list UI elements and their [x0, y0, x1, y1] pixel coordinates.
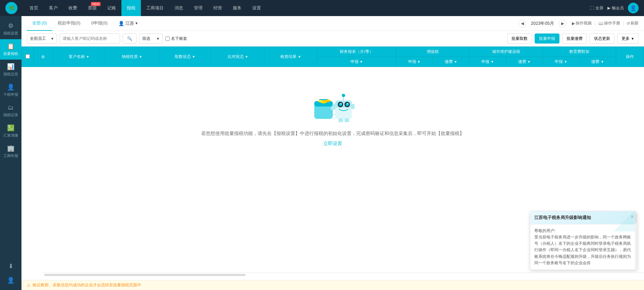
sidebar-label-annual-report: 工商年报	[3, 153, 18, 158]
toolbar: 全部员工 ▼ 🔍 筛选 ▼ 名下账套 批量取数 批量申报	[21, 31, 644, 47]
fullscreen-btn[interactable]: ⛶ 全屏	[590, 5, 603, 11]
sidebar-item-batch-tax[interactable]: 📋 批量报税	[0, 39, 21, 60]
horizontal-scrollbar[interactable]	[44, 274, 246, 276]
member-btn[interactable]: ▶ 畅会员	[607, 5, 624, 11]
svg-point-10	[339, 103, 342, 106]
member-label: 畅会员	[612, 5, 624, 11]
tax-records-icon: 🗂	[7, 104, 14, 111]
setup-link[interactable]: 立即设置	[323, 141, 342, 147]
search-input[interactable]	[60, 33, 120, 44]
filter-select[interactable]: 筛选 ▼	[139, 33, 163, 44]
nav-business[interactable]: 工商项目	[141, 0, 169, 16]
name-sleeve-checkbox[interactable]	[165, 37, 170, 41]
top-navigation: 🌿 首页 客户 收费 票据 NEW 记账 报税 工商项目 消息 管理 经营 服务…	[0, 0, 644, 16]
nav-bookkeep[interactable]: 记账	[102, 0, 121, 16]
notification-header: 江苏电子税务局升级影响通知 ✕	[530, 211, 637, 224]
sidebar-label-settlement: 汇算清缴	[3, 133, 18, 138]
batch-pay-btn[interactable]: 批量缴费	[562, 33, 587, 44]
th-edu-declare: 申报 ▼	[543, 57, 579, 67]
video-link[interactable]: ▶ 操作视频	[572, 20, 592, 26]
nav-settings[interactable]: 设置	[247, 0, 266, 16]
batch-declare-label: 批量申报	[539, 36, 555, 42]
data-table: ⚙ 客户名称 ▼ 纳税性质 ▼ 取数状态 ▼	[21, 47, 644, 167]
sidebar-item-user[interactable]: 👤	[6, 273, 16, 287]
nav-operation[interactable]: 经营	[208, 0, 227, 16]
region-icon: 👤	[118, 21, 124, 26]
th-tax-nature-filter[interactable]: ▼	[139, 55, 142, 59]
th-edu-pay: 缴费 ▼	[579, 57, 616, 67]
nav-home[interactable]: 首页	[24, 0, 44, 16]
empty-text: 若您想使用批量报税功能，请先在【报税设置】中进行报税的初始化设置，完成密码验证和…	[201, 131, 464, 137]
logo: 🌿	[5, 2, 17, 14]
notification-text: 尊敬的用户: 受当前电子税务局进一步升级的影响，同一个政务网账号（办税人）名下的…	[534, 228, 633, 266]
status-text: 验证账密、采集信息均成功的企业才会流转至批量报税页面中	[33, 282, 141, 288]
nav-service[interactable]: 服务	[227, 0, 247, 16]
refresh-link[interactable]: ↺ 刷新	[627, 20, 639, 26]
date-navigation: ◀ 2023年05月 ▶	[518, 19, 567, 27]
nav-invoice-badge: NEW	[91, 2, 101, 6]
tab-all[interactable]: 全部 (0)	[27, 16, 52, 31]
play-icon: ▶	[607, 6, 610, 10]
sidebar-item-download[interactable]: ⬇	[6, 259, 16, 273]
nav-client[interactable]: 客户	[44, 0, 63, 16]
th-settings[interactable]: ⚙	[34, 47, 53, 67]
th-check-result-filter[interactable]: ▼	[298, 55, 301, 59]
notification-scrollbar[interactable]	[635, 211, 637, 270]
search-button[interactable]: 🔍	[123, 33, 137, 44]
th-client-name-label: 客户名称	[69, 54, 85, 59]
more-btn[interactable]: 更多 ▼	[617, 33, 639, 44]
sidebar-item-settlement[interactable]: 💹 汇算清缴	[0, 121, 21, 141]
action-links: ▶ 操作视频 | 📖 操作手册 | ↺ 刷新	[572, 20, 639, 26]
sidebar-item-personal-tax[interactable]: 👤 个税申报	[0, 80, 21, 100]
status-update-label: 状态更新	[594, 36, 610, 42]
manual-link[interactable]: 📖 操作手册	[598, 20, 620, 26]
batch-fetch-btn[interactable]: 批量取数	[507, 33, 532, 44]
th-fetch-status-filter[interactable]: ▼	[192, 55, 195, 59]
th-education-fee: 教育费附加	[543, 47, 616, 57]
tab-zero-count: (0)	[102, 20, 108, 25]
batch-declare-btn[interactable]: 批量申报	[535, 33, 559, 44]
refresh-label: 刷新	[631, 20, 639, 26]
nav-right: ⛶ 全屏 ▶ 畅会员 👤	[590, 3, 639, 13]
select-all-checkbox[interactable]	[25, 54, 30, 59]
svg-point-19	[342, 94, 345, 97]
sidebar-item-tax-records[interactable]: 🗂 报税记录	[0, 100, 21, 121]
date-next-btn[interactable]: ▶	[558, 19, 567, 27]
sidebar-item-tax-overview[interactable]: 📊 报税总览	[0, 60, 21, 80]
svg-rect-17	[344, 118, 349, 122]
notification-close-btn[interactable]: ✕	[630, 214, 634, 219]
settings-icon: ⚙	[41, 55, 45, 59]
sidebar-item-tax-settings[interactable]: ⚙ 报税设置	[0, 19, 21, 39]
sidebar-label-tax-records: 报税记录	[3, 113, 18, 118]
user-icon: 👤	[7, 277, 14, 284]
status-warning-icon: ⚠	[27, 283, 31, 288]
svg-rect-16	[338, 118, 343, 122]
sidebar-item-annual-report[interactable]: 🏢 工商年报	[0, 141, 21, 162]
fullscreen-icon: ⛶	[590, 6, 594, 10]
personal-tax-icon: 👤	[7, 83, 14, 91]
nav-tax[interactable]: 报税	[121, 0, 141, 16]
nav-fee[interactable]: 收费	[63, 0, 83, 16]
name-sleeve-checkbox-wrapper[interactable]: 名下账套	[165, 36, 187, 42]
tab-all-label: 全部	[32, 20, 41, 26]
tab-declare[interactable]: 税款申报 (0)	[52, 16, 86, 31]
th-financial-declare: 申报 ▼	[317, 57, 396, 67]
status-update-btn[interactable]: 状态更新	[590, 33, 614, 44]
nav-invoice[interactable]: 票据 NEW	[83, 0, 102, 16]
employee-select-label: 全部员工	[30, 36, 46, 42]
nav-manage[interactable]: 管理	[189, 0, 208, 16]
employee-select[interactable]: 全部员工 ▼	[27, 33, 57, 44]
date-prev-btn[interactable]: ◀	[518, 19, 526, 27]
tab-zero[interactable]: 0申报 (0)	[86, 16, 113, 31]
th-client-name-filter[interactable]: ▼	[86, 55, 90, 59]
avatar[interactable]: 👤	[628, 3, 639, 13]
region-selector[interactable]: 👤 江苏 ▼	[118, 20, 138, 26]
tab-declare-label: 税款申报	[58, 20, 75, 26]
name-sleeve-label: 名下账套	[171, 36, 187, 42]
th-checkbox[interactable]	[22, 47, 34, 67]
tax-overview-icon: 📊	[7, 63, 14, 70]
more-icon: ▼	[631, 37, 634, 41]
nav-message[interactable]: 消息	[169, 0, 189, 16]
th-compare-status-filter[interactable]: ▼	[245, 55, 248, 59]
empty-state-row: 若您想使用批量报税功能，请先在【报税设置】中进行报税的初始化设置，完成密码验证和…	[22, 67, 644, 167]
